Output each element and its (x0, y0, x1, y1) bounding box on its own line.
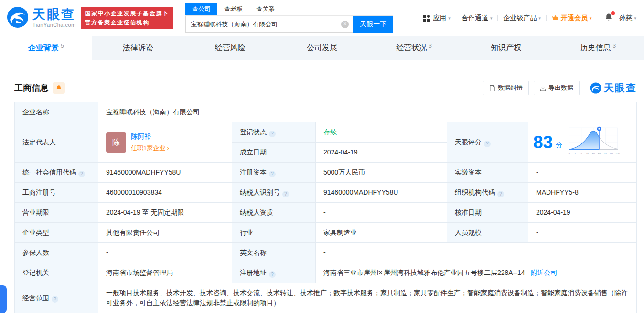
tab-company-background[interactable]: 企业背景 5 (0, 36, 92, 60)
est-date-value: 2024-04-19 (316, 143, 447, 163)
data-correction-button[interactable]: 数据纠错 (483, 81, 529, 95)
export-data-button[interactable]: 导出数据 (534, 81, 580, 95)
document-icon (489, 85, 495, 92)
table-row: 企业类型 其他有限责任公司 行业 家具制造业 人员规模 - (15, 223, 637, 243)
help-icon[interactable]: ? (269, 131, 276, 137)
insured-label: 参保人数 (15, 243, 98, 263)
tab-count: 3 (612, 43, 616, 49)
arrow-right-icon: › (167, 144, 169, 152)
svg-text:1: 1 (575, 152, 576, 154)
svg-text:3: 3 (580, 152, 582, 154)
gov-certification-badge: 国家中小企业发展子基金旗下 官方备案企业征信机构 (81, 7, 173, 29)
help-icon[interactable]: ? (484, 141, 491, 147)
tab-legal-proceedings[interactable]: 法律诉讼 (92, 36, 184, 60)
label-text: 注册资本 (240, 168, 267, 176)
tab-intellectual-property[interactable]: 知识产权 (460, 36, 552, 60)
tab-label: 知识产权 (491, 43, 521, 53)
search-tab-relation[interactable]: 查关系 (249, 3, 281, 15)
label-text: 登记状态 (240, 128, 267, 136)
score-label: 天眼评分? (447, 122, 528, 163)
company-name-label: 企业名称 (15, 102, 98, 122)
crown-icon (552, 14, 559, 22)
org-code-value: MADHFYY5-8 (528, 183, 637, 203)
reg-address-cell: 海南省三亚市崖州区崖州湾科技城雅布伦产业园五号楼二层228A--14 附近公司 (316, 263, 637, 283)
table-row: 企业名称 宝褓睡眠科技（海南）有限公司 (15, 102, 637, 122)
nav-enterprise-products-label: 企业级产品 (503, 14, 537, 22)
chevron-down-icon: ▾ (448, 16, 451, 21)
search-tab-company[interactable]: 查公司 (185, 3, 217, 15)
tab-label: 经营状况 (396, 43, 427, 53)
logo-domain: TianYanCha.com (32, 22, 76, 28)
gov-badge-line2: 官方备案企业征信机构 (85, 18, 169, 27)
svg-text:99: 99 (610, 152, 613, 154)
apps-grid-icon (423, 15, 430, 22)
avatar[interactable]: 陈 (106, 132, 126, 153)
business-scope-label: 经营范围? (15, 283, 98, 313)
chevron-down-icon: ▾ (490, 16, 493, 21)
svg-text:0: 0 (569, 152, 570, 154)
nav-apps[interactable]: 应用 ▾ (423, 14, 451, 22)
help-icon[interactable]: ? (78, 171, 85, 177)
table-row: 统一社会信用代码? 91460000MADHFYY58U 注册资本? 5000万… (15, 163, 637, 183)
tab-count: 5 (61, 43, 64, 49)
reg-number-label: 工商注册号 (15, 183, 98, 203)
clear-search-icon[interactable]: × (341, 21, 349, 28)
legal-rep-companies-link[interactable]: 任职1家企业 › (131, 143, 169, 153)
monitor-bell-button[interactable] (53, 82, 65, 94)
nav-enterprise-products[interactable]: 企业级产品 ▾ (503, 14, 541, 22)
table-row: 登记机关 海南省市场监督管理局 注册地址? 海南省三亚市崖州区崖州湾科技城雅布伦… (15, 263, 637, 283)
taxpayer-quality-label: 纳税人资质 (232, 203, 316, 223)
approval-date-label: 核准日期 (447, 203, 528, 223)
reg-status-label: 登记状态? (232, 122, 316, 143)
user-menu[interactable]: 孙慈 ▾ (619, 14, 636, 22)
business-term-value: 2024-04-19 至 无固定期限 (98, 203, 232, 223)
business-info-table: 企业名称 宝褓睡眠科技（海南）有限公司 法定代表人 陈 陈阿裕 任职1家企业 ›… (14, 102, 637, 313)
table-row: 营业期限 2024-04-19 至 无固定期限 纳税人资质 - 核准日期 202… (15, 203, 637, 223)
company-name-value: 宝褓睡眠科技（海南）有限公司 (98, 102, 637, 122)
label-text: 注册地址 (240, 269, 267, 276)
tab-business-risk[interactable]: 经营风险 (184, 36, 276, 60)
bell-icon (55, 85, 62, 91)
notifications-bell[interactable] (604, 13, 613, 23)
svg-text:15: 15 (586, 152, 589, 154)
search-button[interactable]: 天眼一下 (353, 16, 393, 33)
label-text: 纳税人识别号 (240, 188, 280, 196)
nav-divider (497, 15, 498, 21)
taxpayer-id-value: 91460000MADHFYY58U (316, 183, 447, 203)
label-text: 统一社会信用代码 (22, 168, 76, 176)
taxpayer-quality-value: - (316, 203, 447, 223)
nav-divider (597, 15, 597, 21)
tianyancha-logo[interactable]: 天眼查 TianYanCha.com (7, 6, 76, 30)
label-text: 经营范围 (22, 294, 49, 302)
search-tab-boss[interactable]: 查老板 (217, 3, 249, 15)
tab-label: 企业背景 (28, 43, 59, 53)
help-icon[interactable]: ? (497, 191, 504, 197)
nearby-companies-link[interactable]: 附近公司 (530, 269, 557, 276)
nav-cooperation[interactable]: 合作通道 ▾ (462, 14, 493, 22)
english-name-label: 英文名称 (232, 243, 316, 263)
tab-label: 经营风险 (215, 43, 245, 53)
nav-vip-membership[interactable]: 开通会员 ▾ (552, 14, 592, 22)
help-icon[interactable]: ? (52, 296, 58, 303)
credit-code-value: 91460000MADHFYY58U (98, 163, 232, 183)
help-icon[interactable]: ? (282, 191, 289, 197)
tab-history-info[interactable]: 历史信息 3 (552, 36, 644, 60)
nav-apps-label: 应用 (433, 14, 446, 22)
help-icon[interactable]: ? (269, 171, 276, 177)
tab-label: 历史信息 (580, 43, 611, 53)
svg-text:100: 100 (615, 152, 620, 154)
floating-side-widget[interactable] (0, 285, 7, 313)
tab-company-development[interactable]: 公司发展 (276, 36, 368, 60)
chevron-down-icon: ▾ (590, 16, 592, 21)
help-icon[interactable]: ? (269, 271, 276, 278)
download-icon (540, 85, 546, 91)
table-row: 工商注册号 460000010903834 纳税人识别号? 91460000MA… (15, 183, 637, 203)
reg-address-value: 海南省三亚市崖州区崖州湾科技城雅布伦产业园五号楼二层228A--14 (323, 269, 525, 276)
tab-operating-status[interactable]: 经营状况 3 (368, 36, 460, 60)
nav-divider (546, 15, 547, 21)
table-row: 参保人数 - 英文名称 - (15, 243, 637, 263)
data-correction-label: 数据纠错 (498, 84, 523, 92)
svg-text:85: 85 (598, 152, 601, 154)
legal-rep-name-link[interactable]: 陈阿裕 (131, 132, 169, 142)
search-input[interactable] (185, 16, 353, 33)
